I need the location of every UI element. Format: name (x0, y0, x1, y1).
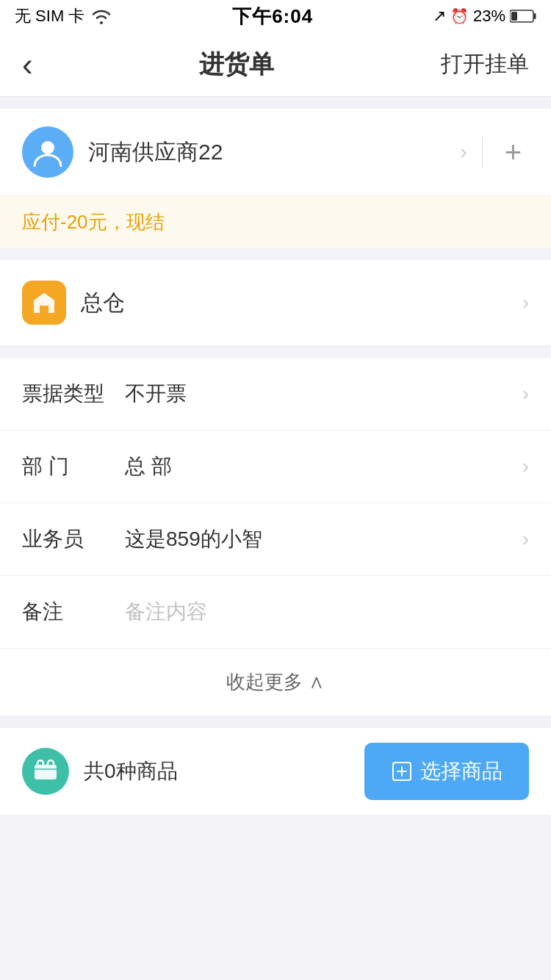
status-right: ↗ ⏰ 23% (433, 7, 536, 26)
avatar (22, 126, 73, 178)
supplier-actions: › + (460, 136, 529, 169)
page-title: 进货单 (199, 48, 274, 82)
supplier-card: 河南供应商22 › + 应付-20元，现结 (0, 109, 551, 248)
warehouse-icon-wrap (22, 281, 66, 325)
remark-row[interactable]: 备注 备注内容 (0, 576, 551, 649)
collapse-row[interactable]: 收起更多 ∧ (0, 649, 551, 716)
svg-rect-5 (35, 765, 57, 779)
add-button[interactable]: + (497, 136, 529, 169)
separator-1 (0, 97, 551, 109)
remark-placeholder: 备注内容 (125, 598, 529, 626)
wifi-icon (90, 8, 112, 24)
notice-row: 应付-20元，现结 (0, 196, 551, 248)
invoice-type-value: 不开票 (125, 380, 522, 408)
salesperson-row[interactable]: 业务员 这是859的小智 › (0, 503, 551, 576)
status-time: 下午6:04 (232, 4, 313, 29)
warehouse-card: 总仓 › (0, 260, 551, 346)
separator-2 (0, 248, 551, 260)
svg-rect-4 (40, 306, 48, 313)
product-count: 共0种商品 (84, 757, 350, 785)
chevron-right-icon: › (460, 140, 467, 164)
battery-text: 23% (473, 7, 505, 26)
select-product-icon (391, 760, 413, 782)
user-icon (31, 135, 65, 169)
supplier-name: 河南供应商22 (88, 137, 460, 167)
nav-bar: ‹ 进货单 打开挂单 (0, 32, 551, 97)
open-pending-button[interactable]: 打开挂单 (441, 49, 529, 79)
location-icon: ↗ (433, 7, 446, 26)
department-row[interactable]: 部 门 总 部 › (0, 430, 551, 503)
department-label: 部 门 (22, 453, 125, 480)
remark-label: 备注 (22, 598, 125, 626)
select-product-label: 选择商品 (420, 757, 503, 785)
form-section: 票据类型 不开票 › 部 门 总 部 › 业务员 这是859的小智 › 备注 备… (0, 358, 551, 649)
cart-icon (32, 757, 60, 785)
status-left: 无 SIM 卡 (15, 5, 112, 27)
separator-4 (0, 716, 551, 727)
salesperson-chevron-icon: › (522, 527, 529, 551)
invoice-type-chevron-icon: › (522, 382, 529, 406)
invoice-type-label: 票据类型 (22, 380, 125, 408)
invoice-type-row[interactable]: 票据类型 不开票 › (0, 358, 551, 430)
svg-rect-1 (534, 13, 536, 19)
supplier-row[interactable]: 河南供应商22 › + (0, 109, 551, 196)
carrier-label: 无 SIM 卡 (15, 5, 84, 27)
department-value: 总 部 (125, 453, 522, 480)
separator-3 (0, 346, 551, 358)
svg-point-3 (41, 141, 54, 154)
collapse-label: 收起更多 ∧ (226, 669, 324, 695)
bottom-bar: 共0种商品 选择商品 (0, 727, 551, 815)
background-fill (0, 815, 551, 980)
battery-icon (510, 10, 536, 23)
status-bar: 无 SIM 卡 下午6:04 ↗ ⏰ 23% (0, 0, 551, 32)
vertical-divider (482, 136, 483, 168)
salesperson-value: 这是859的小智 (125, 525, 522, 553)
svg-rect-2 (511, 12, 517, 21)
department-chevron-icon: › (522, 455, 529, 478)
warehouse-label: 总仓 (81, 288, 522, 318)
select-product-button[interactable]: 选择商品 (364, 743, 529, 800)
product-icon-wrap (22, 748, 69, 795)
notice-text: 应付-20元，现结 (22, 211, 165, 233)
warehouse-chevron-icon: › (522, 291, 529, 314)
warehouse-row[interactable]: 总仓 › (0, 260, 551, 346)
back-button[interactable]: ‹ (22, 46, 33, 83)
alarm-icon: ⏰ (450, 7, 469, 25)
warehouse-icon (31, 289, 57, 316)
salesperson-label: 业务员 (22, 525, 125, 553)
